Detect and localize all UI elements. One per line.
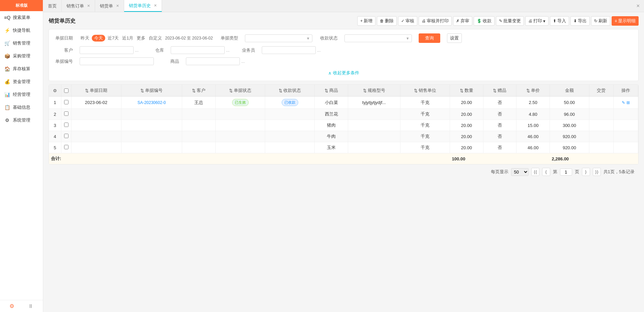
- first-page-button[interactable]: ⟨⟨: [531, 168, 539, 176]
- row-spec: [348, 109, 400, 120]
- audit-print-button[interactable]: 🖨 审核并打印: [419, 16, 452, 26]
- th-checkbox[interactable]: [61, 85, 71, 97]
- settings-icon: ⚙: [53, 88, 57, 93]
- tab-close-sales-delivery[interactable]: ✕: [116, 4, 119, 8]
- sidebar-item-finance-mgmt[interactable]: 💰 资金管理: [0, 75, 43, 88]
- select-all-checkbox[interactable]: [64, 88, 68, 93]
- row-customer: [182, 109, 216, 120]
- row-doc-no[interactable]: SA-20230602-0: [121, 97, 182, 109]
- sidebar-item-sales-mgmt[interactable]: 🛒 销售管理: [0, 37, 43, 50]
- abandon-button[interactable]: ✗ 弃审: [453, 16, 472, 26]
- row-gift: 否: [483, 131, 516, 142]
- row-doc-no[interactable]: [121, 120, 182, 131]
- sidebar-item-base-info[interactable]: 📋 基础信息: [0, 101, 43, 114]
- th-customer[interactable]: ⇅客户: [182, 85, 216, 97]
- tab-sales-order[interactable]: 销售订单 ✕: [62, 0, 95, 12]
- tab-sales-history[interactable]: 销货单历史 ✕: [124, 0, 162, 12]
- shortcut-yesterday[interactable]: 昨天: [80, 35, 90, 42]
- goods-label: 商品: [161, 58, 179, 64]
- summary-total-qty: 100.00: [450, 153, 483, 164]
- page-size-select[interactable]: 50 100 200: [511, 168, 529, 176]
- doc-type-select[interactable]: ▾: [245, 34, 312, 42]
- staff-input[interactable]: [262, 46, 316, 54]
- row-amount: 96.00: [550, 109, 589, 120]
- th-goods[interactable]: ⇅商品: [315, 85, 348, 97]
- th-pay-status[interactable]: ⇅收款状态: [265, 85, 315, 97]
- sidebar-collapse-icon[interactable]: ⏸: [28, 303, 33, 309]
- batch-change-button[interactable]: ✎ 批量变更: [496, 16, 524, 26]
- page-number-input[interactable]: [560, 168, 572, 176]
- shortcut-custom[interactable]: 自定义: [148, 35, 163, 42]
- tab-bar-close-all[interactable]: ✕: [632, 3, 644, 8]
- shortcut-more[interactable]: 更多: [136, 35, 146, 42]
- tab-close-sales-history[interactable]: ✕: [154, 3, 157, 8]
- doc-no-input[interactable]: [80, 57, 154, 65]
- row-doc-no[interactable]: [121, 109, 182, 120]
- sidebar-item-ops-mgmt[interactable]: 📊 经营管理: [0, 88, 43, 101]
- row-customer: [182, 142, 216, 153]
- collect-button[interactable]: 💲 收款: [474, 16, 495, 26]
- collapse-row[interactable]: ∧ 收起更多条件: [54, 69, 633, 77]
- sidebar-item-sys-mgmt[interactable]: ⚙ 系统管理: [0, 114, 43, 127]
- row-doc-no[interactable]: [121, 142, 182, 153]
- goods-input[interactable]: [186, 57, 240, 65]
- warehouse-dots[interactable]: ...: [226, 48, 230, 53]
- row-action: [614, 120, 638, 131]
- row-goods: 牛肉: [315, 131, 348, 142]
- row-doc-status: [216, 120, 265, 131]
- settings-button[interactable]: 设置: [447, 33, 462, 43]
- th-qty[interactable]: ⇅数量: [450, 85, 483, 97]
- sidebar: 标准版 ≡Q 搜索菜单 ⚡ 快捷导航 🛒 销售管理 📦 采购管理 🏠 库存核算 …: [0, 0, 43, 312]
- row-gift: 否: [483, 97, 516, 109]
- customer-input[interactable]: [80, 46, 134, 54]
- sidebar-settings-icon[interactable]: ⚙: [9, 303, 14, 309]
- query-button[interactable]: 查询: [419, 33, 440, 43]
- sidebar-item-quick-nav[interactable]: ⚡ 快捷导航: [0, 24, 43, 37]
- warehouse-input[interactable]: [171, 46, 225, 54]
- row-date: 2023-06-02: [71, 97, 121, 109]
- last-page-button[interactable]: ⟩⟩: [593, 168, 601, 176]
- th-doc-no[interactable]: ⇅单据编号: [121, 85, 182, 97]
- th-spec[interactable]: ⇅规格型号: [348, 85, 400, 97]
- row-doc-no[interactable]: [121, 131, 182, 142]
- th-date[interactable]: ⇅单据日期: [71, 85, 121, 97]
- sidebar-item-purchase-mgmt[interactable]: 📦 采购管理: [0, 50, 43, 62]
- tab-sales-delivery[interactable]: 销货单 ✕: [95, 0, 124, 12]
- shortcut-today[interactable]: 今天: [92, 35, 105, 42]
- sidebar-bottom: ⚙ ⏸: [0, 300, 43, 312]
- tab-close-sales-order[interactable]: ✕: [87, 4, 90, 8]
- row-checkbox[interactable]: [61, 97, 71, 109]
- sidebar-item-search-menu[interactable]: ≡Q 搜索菜单: [0, 11, 43, 24]
- print-button[interactable]: 🖨 打印 ▾: [525, 16, 549, 26]
- refresh-button[interactable]: ↻ 刷新: [591, 16, 610, 26]
- sidebar-item-inventory[interactable]: 🏠 库存核算: [0, 62, 43, 75]
- th-settings[interactable]: ⚙: [49, 85, 61, 97]
- import-button[interactable]: ⬆ 导入: [550, 16, 569, 26]
- th-gift[interactable]: ⇅赠品: [483, 85, 516, 97]
- new-button[interactable]: + 新增: [357, 16, 375, 26]
- audit-button[interactable]: ✓ 审核: [398, 16, 417, 26]
- row-checkbox[interactable]: [61, 109, 71, 120]
- row-checkbox[interactable]: [61, 131, 71, 142]
- delete-button[interactable]: 🗑 删除: [377, 16, 397, 26]
- customer-dots[interactable]: ...: [135, 48, 139, 53]
- staff-dots[interactable]: ...: [317, 48, 321, 53]
- th-unit[interactable]: ⇅销售单位: [400, 85, 450, 97]
- th-price[interactable]: ⇅单价: [516, 85, 550, 97]
- row-checkbox[interactable]: [61, 142, 71, 153]
- th-doc-status[interactable]: ⇅单据状态: [216, 85, 265, 97]
- shortcut-7days[interactable]: 近7天: [107, 35, 120, 42]
- export-button[interactable]: ⬇ 导出: [570, 16, 590, 26]
- delete-icon: 🗑: [380, 19, 384, 23]
- prev-page-button[interactable]: ⟨: [542, 168, 550, 176]
- warehouse-control: ...: [171, 46, 230, 54]
- row-goods: 猪肉: [315, 120, 348, 131]
- show-detail-button[interactable]: ≡ 显示明细: [612, 16, 639, 26]
- row-checkbox[interactable]: [61, 120, 71, 131]
- goods-dots[interactable]: ...: [241, 59, 245, 64]
- collect-status-select[interactable]: ▾: [344, 34, 412, 42]
- page-label2: 页: [575, 169, 579, 175]
- next-page-button[interactable]: ⟩: [582, 168, 590, 176]
- tab-home[interactable]: 首页: [43, 0, 62, 12]
- shortcut-1month[interactable]: 近1月: [121, 35, 134, 42]
